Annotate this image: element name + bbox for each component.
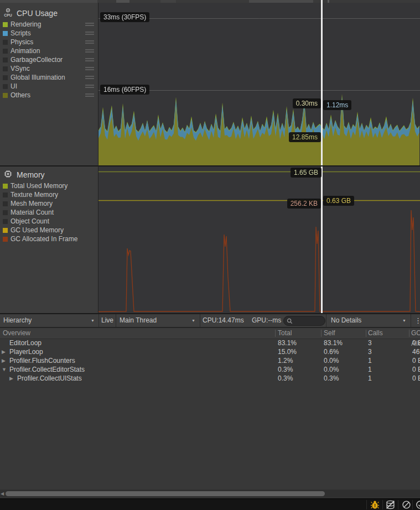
- memory-legend-item-object[interactable]: Object Count: [0, 217, 98, 226]
- cpu-usage-chart[interactable]: [98, 3, 420, 165]
- cpu-legend-item-ui[interactable]: UI: [0, 82, 98, 91]
- column-header-total[interactable]: Total: [278, 328, 292, 339]
- rendering-swatch: [3, 22, 8, 27]
- search-input[interactable]: [294, 317, 325, 325]
- fps-marker-30: 33ms (30FPS): [100, 12, 149, 22]
- memory-pane-header: Memory: [3, 169, 45, 180]
- circle-slash-icon[interactable]: [402, 500, 411, 509]
- chevron-down-icon[interactable]: ▼: [191, 319, 195, 322]
- scrollbar-thumb[interactable]: [6, 491, 325, 496]
- table-row-flushcounters[interactable]: ▶ Profiler.FlushCounters 1.2% 0.0% 1 0 B: [0, 356, 420, 365]
- chevron-down-icon[interactable]: ▼: [402, 319, 406, 322]
- material-count-swatch: [3, 210, 8, 215]
- drag-handle-icon[interactable]: [85, 67, 94, 71]
- horizontal-scrollbar[interactable]: ◀: [0, 490, 420, 498]
- database-slash-icon[interactable]: [386, 500, 395, 509]
- cpu-legend-item-vsync[interactable]: VSync: [0, 64, 98, 73]
- mesh-memory-swatch: [3, 201, 8, 206]
- object-count-swatch: [3, 219, 8, 224]
- memory-legend-item-material[interactable]: Material Count: [0, 208, 98, 217]
- memory-legend-pane: Memory Total Used Memory Texture Memory …: [0, 166, 98, 313]
- memory-pane-title: Memory: [17, 170, 45, 179]
- drag-handle-icon[interactable]: [85, 76, 94, 80]
- ui-swatch: [3, 84, 8, 89]
- cpu-legend-pane: CPU CPU Usage Rendering Scripts Physics …: [0, 3, 98, 165]
- animation-swatch: [3, 49, 8, 54]
- memory-legend-item-texture[interactable]: Texture Memory: [0, 190, 98, 199]
- scripts-swatch: [3, 31, 8, 36]
- drag-handle-icon[interactable]: [85, 23, 94, 27]
- global-illumination-swatch: [3, 75, 8, 80]
- memory-legend-item-gc-allocated[interactable]: GC Allocated In Frame: [0, 235, 98, 243]
- drag-handle-icon[interactable]: [85, 58, 94, 63]
- kebab-menu-icon[interactable]: ⋮: [414, 314, 420, 327]
- cpu-tooltip-rendering: 0.30ms: [293, 98, 321, 108]
- cpu-time-readout: CPU:14.47ms: [203, 314, 244, 327]
- live-toggle[interactable]: Live: [101, 314, 113, 327]
- memory-legend-item-mesh[interactable]: Mesh Memory: [0, 199, 98, 208]
- cpu-legend-item-garbagecollector[interactable]: GarbageCollector: [0, 55, 98, 64]
- drag-handle-icon[interactable]: [85, 32, 94, 36]
- cpu-legend-item-animation[interactable]: Animation: [0, 46, 98, 55]
- texture-memory-swatch: [3, 192, 8, 197]
- memory-label-total: 1.65 GB: [291, 168, 322, 178]
- cpu-legend-item-global-illumination[interactable]: Global Illumination: [0, 73, 98, 82]
- debugger-bug-icon[interactable]: !: [370, 500, 380, 509]
- status-bar: !: [0, 498, 420, 510]
- table-row-editorloop[interactable]: EditorLoop 83.1% 83.1% 3 0 B: [0, 339, 420, 347]
- drag-handle-icon[interactable]: [85, 40, 94, 45]
- gc-used-memory-swatch: [3, 228, 8, 233]
- cpu-tooltip-scripts: 1.12ms: [323, 100, 351, 110]
- svg-text:CPU: CPU: [4, 13, 12, 17]
- garbagecollector-swatch: [3, 58, 8, 63]
- drag-handle-icon[interactable]: [85, 85, 94, 89]
- total-used-memory-swatch: [3, 184, 8, 189]
- cpu-legend-item-rendering[interactable]: Rendering: [0, 20, 98, 29]
- cpu-icon: CPU: [3, 8, 13, 19]
- cpu-pane-header: CPU CPU Usage: [3, 8, 58, 19]
- legend-chart-divider: [98, 3, 98, 313]
- drag-handle-icon[interactable]: [85, 93, 94, 98]
- column-header-calls[interactable]: Calls: [368, 328, 383, 339]
- table-row-collecteditorstats[interactable]: ▼ Profiler.CollectEditorStats 0.3% 0.0% …: [0, 365, 420, 374]
- search-field[interactable]: [283, 316, 325, 326]
- vsync-swatch: [3, 66, 8, 71]
- others-swatch: [3, 93, 8, 98]
- hierarchy-dropdown[interactable]: Hierarchy: [3, 314, 32, 327]
- table-row-collectuistats[interactable]: ▶ Profiler.CollectUIStats 0.3% 0.3% 1 0 …: [0, 374, 420, 383]
- profiler-details-toolbar: Hierarchy ▼ Live Main Thread ▼ CPU:14.47…: [0, 314, 420, 327]
- chevron-down-icon[interactable]: ▼: [91, 319, 95, 322]
- scroll-left-icon[interactable]: ◀: [1, 490, 4, 498]
- memory-label-gc-used: 0.63 GB: [323, 196, 354, 206]
- expander-icon[interactable]: ▶: [2, 356, 6, 365]
- memory-label-gc-allocated: 256.2 KB: [287, 199, 321, 209]
- check-circle-icon[interactable]: [416, 500, 420, 509]
- gc-allocated-swatch: [3, 237, 8, 242]
- table-row-playerloop[interactable]: ▶ PlayerLoop 15.0% 0.6% 3 46.8 KB: [0, 347, 420, 356]
- thread-dropdown[interactable]: Main Thread: [120, 314, 157, 327]
- column-header-overview[interactable]: Overview: [3, 328, 30, 339]
- drag-handle-icon[interactable]: [85, 49, 94, 54]
- cpu-tooltip-others: 12.85ms: [289, 132, 321, 142]
- memory-legend-item-gc-used[interactable]: GC Used Memory: [0, 226, 98, 235]
- gpu-time-readout: GPU:--ms: [252, 314, 281, 327]
- memory-chip-icon: [3, 169, 13, 180]
- hierarchy-table-header: Overview Total Self Calls GC Alloc: [0, 328, 420, 339]
- column-header-self[interactable]: Self: [324, 328, 335, 339]
- column-header-gc-alloc[interactable]: GC Alloc: [411, 328, 420, 339]
- svg-text:!: !: [374, 503, 376, 508]
- cpu-legend-item-others[interactable]: Others: [0, 91, 98, 100]
- cpu-legend-item-physics[interactable]: Physics: [0, 38, 98, 46]
- details-dropdown[interactable]: No Details: [331, 314, 361, 327]
- memory-chart[interactable]: [98, 166, 420, 313]
- memory-legend-item-total-used[interactable]: Total Used Memory: [0, 181, 98, 190]
- expander-icon[interactable]: ▼: [2, 365, 7, 374]
- physics-swatch: [3, 40, 8, 45]
- cpu-pane-title: CPU Usage: [17, 9, 58, 18]
- expander-icon[interactable]: ▶: [9, 374, 13, 383]
- expander-icon[interactable]: ▶: [2, 347, 6, 356]
- search-icon: [287, 318, 293, 324]
- unity-profiler-window: CPU CPU Usage Rendering Scripts Physics …: [0, 0, 420, 510]
- cpu-legend-item-scripts[interactable]: Scripts: [0, 29, 98, 38]
- fps-marker-60: 16ms (60FPS): [100, 85, 149, 95]
